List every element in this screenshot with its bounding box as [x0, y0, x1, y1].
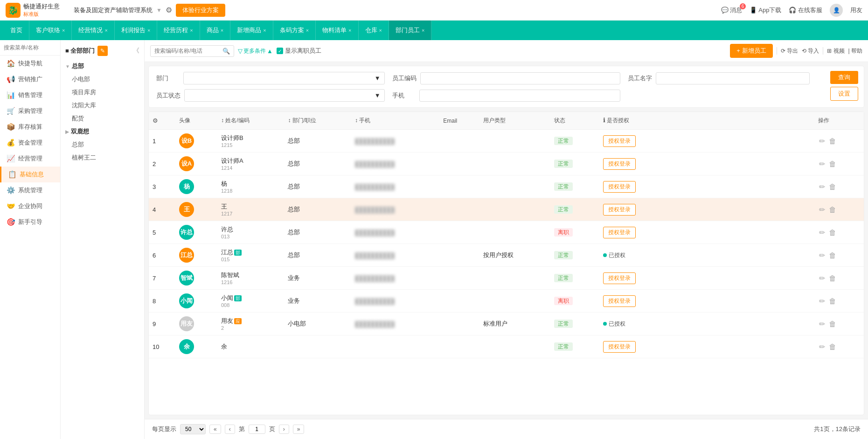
page-number-input[interactable]	[249, 425, 265, 434]
sidebar-search-input[interactable]	[4, 44, 61, 51]
close-icon[interactable]: ×	[263, 28, 266, 33]
tab-operation[interactable]: 经营情况 ×	[72, 21, 114, 40]
close-icon[interactable]: ×	[147, 28, 150, 33]
tab-warehouse[interactable]: 仓库 ×	[359, 21, 389, 40]
sidebar-item-cooperation[interactable]: 🤝 企业协同	[0, 198, 60, 214]
resign-checkbox[interactable]: ✓	[277, 48, 283, 54]
settings-icon[interactable]: ⚙	[153, 117, 158, 124]
tab-customer[interactable]: 客户联络 ×	[29, 21, 72, 40]
info-icon[interactable]: ℹ	[603, 117, 605, 124]
tab-new-goods[interactable]: 新增商品 ×	[230, 21, 273, 40]
dept-filter-select[interactable]: ▼	[183, 72, 385, 84]
delete-button[interactable]: 🗑	[829, 229, 836, 237]
sidebar-item-operation[interactable]: 📈 经营管理	[0, 151, 60, 167]
close-icon[interactable]: ×	[348, 28, 351, 33]
sidebar-item-finance[interactable]: 💰 资金管理	[0, 135, 60, 151]
dept-edit-button[interactable]: ✎	[97, 46, 108, 56]
export-button[interactable]: ⟳ 导出	[781, 47, 798, 55]
dropdown-arrow[interactable]: ▼	[156, 7, 162, 14]
edit-button[interactable]: ✏	[819, 274, 825, 282]
close-icon[interactable]: ×	[379, 28, 382, 33]
edit-button[interactable]: ✏	[819, 251, 825, 259]
tab-barcode[interactable]: 条码方案 ×	[273, 21, 316, 40]
prev-page-button[interactable]: ‹	[225, 425, 235, 434]
view-button[interactable]: ⊞ 视频	[827, 47, 844, 55]
user-avatar[interactable]: 👤	[830, 4, 843, 17]
dept-tree-item-project[interactable]: 项目库房	[61, 86, 144, 99]
auth-button[interactable]: 授权登录	[603, 295, 636, 307]
tab-history[interactable]: 经营历程 ×	[157, 21, 200, 40]
auth-button[interactable]: 授权登录	[603, 135, 636, 147]
close-icon[interactable]: ×	[422, 28, 424, 33]
show-resign-toggle[interactable]: ✓ 显示离职员工	[277, 47, 321, 55]
sidebar-item-sales[interactable]: 📊 销售管理	[0, 87, 60, 103]
sidebar-item-marketing[interactable]: 📢 营销推广	[0, 71, 60, 87]
dept-tree-item-zongbu-group[interactable]: ▼ 总部	[61, 60, 144, 73]
edit-button[interactable]: ✏	[819, 160, 825, 168]
delete-button[interactable]: 🗑	[829, 320, 836, 328]
next-page-button[interactable]: ›	[279, 425, 289, 434]
app-download-button[interactable]: 📱 App下载	[750, 6, 781, 14]
import-button[interactable]: ⟲ 导入	[802, 47, 819, 55]
auth-button[interactable]: 授权登录	[603, 272, 636, 284]
delete-button[interactable]: 🗑	[829, 137, 836, 145]
sidebar-item-purchase[interactable]: 🛒 采购管理	[0, 103, 60, 119]
dept-tree-item-shuanglu[interactable]: ▶ 双鹿想	[61, 125, 144, 138]
first-page-button[interactable]: «	[209, 425, 221, 434]
close-icon[interactable]: ×	[104, 28, 107, 33]
delete-button[interactable]: 🗑	[829, 251, 836, 259]
auth-button[interactable]: 授权登录	[603, 341, 636, 353]
edit-button[interactable]: ✏	[819, 206, 825, 214]
phone-input[interactable]	[419, 90, 621, 102]
message-button[interactable]: 💬 消息 6	[721, 6, 743, 14]
sidebar-item-inventory[interactable]: 📦 库存核算	[0, 119, 60, 135]
add-employee-button[interactable]: + 新增员工	[730, 44, 772, 58]
auth-button[interactable]: 授权登录	[603, 204, 636, 216]
close-icon[interactable]: ×	[190, 28, 193, 33]
auth-button[interactable]: 授权登录	[603, 227, 636, 238]
dept-tree-item-peihuo[interactable]: 配货	[61, 112, 144, 125]
tab-home[interactable]: 首页	[4, 21, 29, 40]
delete-button[interactable]: 🗑	[829, 160, 836, 168]
edit-button[interactable]: ✏	[819, 320, 825, 328]
help-button[interactable]: | 帮助	[848, 47, 862, 55]
gear-icon[interactable]: ⚙	[166, 6, 172, 14]
tab-department[interactable]: 部门员工 ×	[389, 21, 431, 40]
edit-button[interactable]: ✏	[819, 229, 825, 237]
close-icon[interactable]: ×	[306, 28, 309, 33]
search-input[interactable]	[154, 48, 220, 54]
settings-button[interactable]: 设置	[830, 87, 858, 101]
trial-button[interactable]: 体验行业方案	[176, 4, 225, 17]
dept-tree-item-xiaodian[interactable]: 小电部	[61, 73, 144, 86]
auth-button[interactable]: 授权登录	[603, 181, 636, 193]
status-filter-select[interactable]: ▼	[184, 89, 385, 102]
dept-collapse-button[interactable]: 《	[133, 47, 139, 55]
delete-button[interactable]: 🗑	[829, 274, 836, 282]
query-button[interactable]: 查询	[830, 71, 858, 84]
dept-tree-item-zongbu[interactable]: 总部	[61, 138, 144, 151]
tab-goods[interactable]: 商品 ×	[200, 21, 230, 40]
empcode-input[interactable]	[420, 72, 621, 84]
dept-tree-item-zhishu[interactable]: 植树王二	[61, 151, 144, 164]
edit-button[interactable]: ✏	[819, 297, 825, 305]
edit-button[interactable]: ✏	[819, 343, 825, 351]
auth-button[interactable]: 授权登录	[603, 158, 636, 170]
close-icon[interactable]: ×	[62, 28, 65, 33]
tab-bom[interactable]: 物料清单 ×	[316, 21, 358, 40]
delete-button[interactable]: 🗑	[829, 297, 836, 305]
more-filter-button[interactable]: ▽ 更多条件 ▲	[238, 47, 273, 55]
close-icon[interactable]: ×	[221, 28, 223, 33]
online-service-button[interactable]: 🎧 在线客服	[789, 6, 822, 14]
delete-button[interactable]: 🗑	[829, 206, 836, 214]
last-page-button[interactable]: »	[293, 425, 305, 434]
sidebar-item-sysconfig[interactable]: ⚙️ 系统管理	[0, 182, 60, 198]
empname-input[interactable]	[656, 72, 810, 84]
delete-button[interactable]: 🗑	[829, 343, 836, 351]
delete-button[interactable]: 🗑	[829, 183, 836, 191]
per-page-select[interactable]: 50 100	[180, 424, 206, 434]
sidebar-item-basicinfo[interactable]: 📋 基础信息	[0, 167, 60, 182]
sidebar-item-guide[interactable]: 🎯 新手引导	[0, 214, 60, 230]
edit-button[interactable]: ✏	[819, 183, 825, 191]
tab-profit[interactable]: 利润报告 ×	[115, 21, 157, 40]
sidebar-item-quicknav[interactable]: 🏠 快捷导航	[0, 56, 60, 71]
